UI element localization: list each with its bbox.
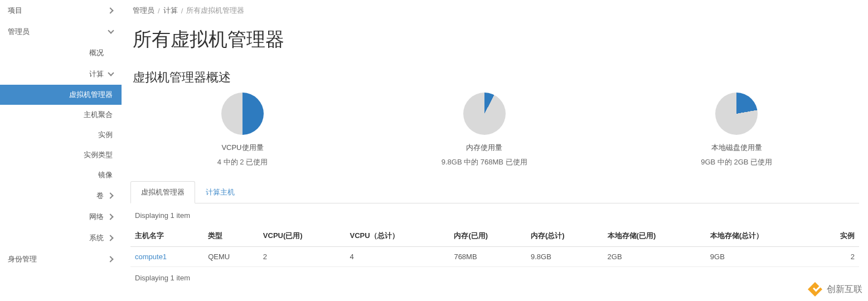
sidebar-item-admin[interactable]: 管理员 xyxy=(0,21,122,42)
table-header-row: 主机名字 类型 VCPU(已用) VCPU（总计） 内存(已用) 内存(总计) … xyxy=(130,225,859,247)
breadcrumb-admin[interactable]: 管理员 xyxy=(133,6,154,16)
sidebar-item-label: 概况 xyxy=(89,48,104,58)
main-content: 管理员 / 计算 / 所有虚拟机管理器 所有虚拟机管理器 虚拟机管理器概述 VC… xyxy=(122,0,868,299)
chart-memory: 内存使用量 9.8GB 中的 768MB 已使用 xyxy=(442,93,527,167)
sidebar-item-flavors[interactable]: 实例类型 xyxy=(0,145,122,165)
th-mem-used[interactable]: 内存(已用) xyxy=(449,225,526,247)
sidebar-item-hypervisors[interactable]: 虚拟机管理器 xyxy=(0,85,122,105)
breadcrumb-current: 所有虚拟机管理器 xyxy=(186,6,244,16)
th-disk-total[interactable]: 本地存储(总计） xyxy=(706,225,817,247)
chevron-right-icon xyxy=(108,8,114,13)
sidebar-item-project[interactable]: 项目 xyxy=(0,0,122,21)
sidebar-item-compute[interactable]: 计算 xyxy=(0,64,122,85)
cell-vcpu-used: 2 xyxy=(259,247,346,267)
th-instances[interactable]: 实例 xyxy=(817,225,859,247)
chevron-down-icon xyxy=(108,71,114,77)
sidebar-item-images[interactable]: 镜像 xyxy=(0,165,122,185)
th-type[interactable]: 类型 xyxy=(203,225,259,247)
sidebar-item-label: 计算 xyxy=(89,69,104,79)
cell-mem-used: 768MB xyxy=(449,247,526,267)
chart-title: VCPU使用量 xyxy=(221,143,263,153)
sidebar-item-label: 实例 xyxy=(98,130,113,140)
item-count-top: Displaying 1 item xyxy=(135,211,859,220)
sidebar-item-label: 身份管理 xyxy=(8,254,37,264)
tab-compute-hosts[interactable]: 计算主机 xyxy=(195,181,245,203)
chart-title: 本地磁盘使用量 xyxy=(711,143,762,153)
sidebar: 项目 管理员 概况 计算 虚拟机管理器 主机聚合 实例 实例类型 镜像 xyxy=(0,0,122,299)
chart-title: 内存使用量 xyxy=(466,143,502,153)
sidebar-item-aggregates[interactable]: 主机聚合 xyxy=(0,105,122,125)
sidebar-item-network[interactable]: 网络 xyxy=(0,206,122,227)
cell-mem-total: 9.8GB xyxy=(526,247,603,267)
sidebar-item-overview[interactable]: 概况 xyxy=(0,42,122,64)
sidebar-item-label: 系统 xyxy=(89,233,104,243)
pie-chart-icon xyxy=(221,93,264,135)
sidebar-item-instances[interactable]: 实例 xyxy=(0,125,122,145)
sidebar-item-label: 虚拟机管理器 xyxy=(69,90,113,100)
chart-vcpu: VCPU使用量 4 中的 2 已使用 xyxy=(217,93,268,167)
th-mem-total[interactable]: 内存(总计) xyxy=(526,225,603,247)
chart-disk: 本地磁盘使用量 9GB 中的 2GB 已使用 xyxy=(701,93,772,167)
chevron-right-icon xyxy=(108,256,114,262)
sidebar-item-system[interactable]: 系统 xyxy=(0,227,122,249)
watermark: 创新互联 xyxy=(808,282,862,297)
chevron-right-icon xyxy=(108,235,114,241)
th-disk-used[interactable]: 本地存储(已用) xyxy=(603,225,706,247)
cell-disk-used: 2GB xyxy=(603,247,706,267)
chevron-right-icon xyxy=(108,193,114,198)
breadcrumb-sep: / xyxy=(158,7,160,15)
charts-row: VCPU使用量 4 中的 2 已使用 内存使用量 9.8GB 中的 768MB … xyxy=(130,93,859,167)
th-vcpu-used[interactable]: VCPU(已用) xyxy=(259,225,346,247)
sidebar-item-label: 管理员 xyxy=(8,27,30,37)
chevron-right-icon xyxy=(108,214,114,220)
section-title: 虚拟机管理器概述 xyxy=(133,69,859,86)
watermark-text: 创新互联 xyxy=(827,284,862,295)
th-vcpu-total[interactable]: VCPU（总计） xyxy=(346,225,450,247)
cell-vcpu-total: 4 xyxy=(346,247,450,267)
pie-chart-icon xyxy=(463,93,506,135)
item-count-bottom: Displaying 1 item xyxy=(135,274,859,282)
chart-subtitle: 9.8GB 中的 768MB 已使用 xyxy=(442,157,527,167)
chevron-down-icon xyxy=(108,29,114,35)
sidebar-item-label: 卷 xyxy=(96,191,104,201)
tabs: 虚拟机管理器 计算主机 xyxy=(130,181,859,203)
host-link[interactable]: compute1 xyxy=(135,253,167,261)
breadcrumb: 管理员 / 计算 / 所有虚拟机管理器 xyxy=(130,0,859,21)
breadcrumb-compute[interactable]: 计算 xyxy=(163,6,178,16)
sidebar-item-label: 网络 xyxy=(89,212,104,222)
sidebar-item-label: 主机聚合 xyxy=(84,110,113,120)
sidebar-item-identity[interactable]: 身份管理 xyxy=(0,249,122,270)
tab-hypervisors[interactable]: 虚拟机管理器 xyxy=(130,181,195,203)
cell-disk-total: 9GB xyxy=(706,247,817,267)
cell-type: QEMU xyxy=(203,247,259,267)
cell-instances: 2 xyxy=(817,247,859,267)
table-row[interactable]: compute1 QEMU 2 4 768MB 9.8GB 2GB 9GB 2 xyxy=(130,247,859,267)
sidebar-item-volumes[interactable]: 卷 xyxy=(0,185,122,206)
th-host[interactable]: 主机名字 xyxy=(130,225,203,247)
chart-subtitle: 9GB 中的 2GB 已使用 xyxy=(701,157,772,167)
sidebar-item-label: 镜像 xyxy=(98,170,113,180)
sidebar-item-label: 项目 xyxy=(8,6,22,16)
chart-subtitle: 4 中的 2 已使用 xyxy=(217,157,268,167)
cell-host: compute1 xyxy=(130,247,203,267)
sidebar-item-label: 实例类型 xyxy=(84,150,113,160)
watermark-logo-icon xyxy=(808,282,822,297)
breadcrumb-sep: / xyxy=(181,7,183,15)
page-title: 所有虚拟机管理器 xyxy=(133,27,859,52)
pie-chart-icon xyxy=(715,93,758,135)
hypervisors-table: 主机名字 类型 VCPU(已用) VCPU（总计） 内存(已用) 内存(总计) … xyxy=(130,225,859,267)
